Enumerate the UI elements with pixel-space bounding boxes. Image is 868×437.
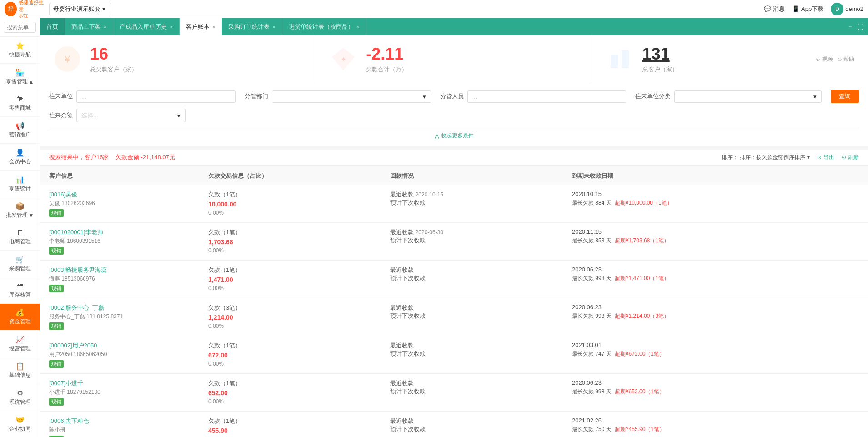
tab-close-purchase-order[interactable]: ×: [272, 24, 275, 30]
overdue-link-3[interactable]: 超期¥1,214.00（3笔）: [615, 313, 669, 319]
search-input[interactable]: [4, 22, 36, 33]
query-button[interactable]: 查询: [831, 90, 859, 103]
sidebar-item-finance[interactable]: 💰 资金管理: [0, 304, 40, 331]
tab-maximize-btn[interactable]: ⛶: [857, 23, 863, 30]
next-collect-4: 预计下次收款: [390, 350, 572, 358]
tab-close-customer-account[interactable]: ×: [212, 24, 215, 30]
customer-name-2[interactable]: [0003]畅捷服务尹海蕊: [49, 266, 208, 274]
sidebar-item-retail-mgmt[interactable]: 🏪 零售管理▲: [0, 64, 40, 90]
customer-cell-4: [000002]用户2050 用户2050 18665062050 现销: [49, 342, 208, 368]
source-unit-input[interactable]: ...: [76, 90, 236, 103]
tab-products-off[interactable]: 商品上下架 ×: [65, 18, 113, 35]
finance-icon: 💰: [0, 308, 40, 317]
tab-close-produce-history[interactable]: ×: [170, 24, 172, 30]
debt-amount-4[interactable]: 672.00: [208, 352, 390, 359]
sidebar-item-ops[interactable]: 📈 经营管理: [0, 331, 40, 357]
due-date-1: 2020.11.15: [572, 228, 859, 235]
export-button[interactable]: ⊙ 导出: [817, 154, 834, 161]
overdue-days-6: 最长欠款 750 天: [572, 426, 612, 432]
customer-phone-0: 吴俊 13026203696: [49, 200, 208, 207]
sidebar-item-ecom[interactable]: 🖥 电商管理: [0, 224, 40, 251]
sidebar-nav: ⭐ 快捷导航 🏪 零售管理▲ 🛍 零售商城 📢 营销推广 👤 会员中: [0, 37, 40, 437]
overdue-link-2[interactable]: 超期¥1,471.00（1笔）: [615, 275, 669, 281]
tab-minimize-btn[interactable]: －: [847, 23, 853, 31]
logo-icon: 好: [5, 2, 17, 16]
customer-name-1[interactable]: [0001020001]李老师: [49, 228, 208, 236]
content-area: 首页 商品上下架 × 产成品入库单历史 × 客户账本 × 采购订单统计表 ×: [40, 18, 868, 437]
debt-amount-0[interactable]: 10,000.00: [208, 201, 390, 208]
dept-select[interactable]: ▾: [272, 90, 431, 103]
debt-count-0: 欠款（1笔）: [208, 191, 390, 199]
user-profile-btn[interactable]: D demo2: [831, 3, 863, 15]
debt-amount-2[interactable]: 1,471.00: [208, 276, 390, 283]
person-label: 分管人员: [440, 92, 464, 100]
overdue-link-5[interactable]: 超期¥652.00（1笔）: [615, 388, 665, 395]
avatar: D: [831, 3, 843, 15]
customer-phone-5: 小进千 18279152100: [49, 388, 208, 396]
tab-purchase-order[interactable]: 采购订单统计表 ×: [222, 18, 282, 35]
customer-name-4[interactable]: [000002]用户2050: [49, 342, 208, 350]
overdue-link-4[interactable]: 超期¥672.00（1笔）: [615, 351, 665, 357]
sidebar-item-system[interactable]: ⚙ 系统管理: [0, 384, 40, 411]
tab-close-purchase-stats[interactable]: ×: [356, 24, 359, 30]
tab-customer-account[interactable]: 客户账本 ×: [180, 18, 222, 35]
sidebar-item-purchase[interactable]: 🛒 采购管理: [0, 251, 40, 277]
purchase-icon: 🛒: [0, 255, 40, 264]
sidebar-item-retail-shop[interactable]: 🛍 零售商城: [0, 90, 40, 117]
debt-amount-3[interactable]: 1,214.00: [208, 314, 390, 321]
col-due-date: 到期未收款日期: [572, 172, 859, 180]
logo-text: 畅捷通好生意 示范: [19, 0, 45, 19]
customer-cell-5: [0007]小进千 小进千 18279152100 现销: [49, 379, 208, 406]
customer-name-5[interactable]: [0007]小进千: [49, 379, 208, 387]
recovery-cell-0: 最近收款 2020-10-15 预计下次收款: [390, 191, 572, 207]
sidebar-item-quick-nav[interactable]: ⭐ 快捷导航: [0, 37, 40, 64]
debt-count-3: 欠款（3笔）: [208, 304, 390, 312]
tab-purchase-stats[interactable]: 进货单统计表（按商品） ×: [282, 18, 366, 35]
debt-cell-1: 欠款（1笔） 1,703.68 0.00%: [208, 228, 390, 254]
customer-phone-2: 海燕 18513066976: [49, 275, 208, 283]
tab-home[interactable]: 首页: [40, 18, 65, 35]
refresh-button[interactable]: ⊙ 刷新: [842, 154, 859, 161]
enterprise-icon: 🤝: [0, 416, 40, 424]
next-collect-6: 预计下次收款: [390, 425, 572, 433]
overdue-link-1[interactable]: 超期¥1,703.68（1笔）: [615, 237, 669, 244]
sidebar-item-base[interactable]: 📋 基础信息: [0, 357, 40, 384]
filter-dept: 分管部门 ▾: [245, 90, 431, 103]
help-btn[interactable]: ⊙ 帮助: [838, 55, 854, 63]
overdue-link-0[interactable]: 超期¥10,000.00（1笔）: [615, 200, 672, 206]
person-input[interactable]: ...: [467, 90, 627, 103]
due-cell-2: 2020.06.23 最长欠款 998 天 超期¥1,471.00（1笔）: [572, 266, 859, 282]
app-selector[interactable]: 母婴行业演示账套 ▾: [49, 3, 111, 15]
message-btn[interactable]: 💬 消息: [764, 5, 785, 13]
customer-name-0[interactable]: [0016]吴俊: [49, 191, 208, 199]
sidebar-item-enterprise[interactable]: 🤝 企业协同: [0, 411, 40, 437]
collapse-button[interactable]: ⋀ 收起更多条件: [435, 132, 474, 140]
due-date-3: 2020.06.23: [572, 304, 859, 311]
system-icon: ⚙: [0, 389, 40, 397]
debt-cell-0: 欠款（1笔） 10,000.00 0.00%: [208, 191, 390, 216]
balance-label: 往来余额: [49, 111, 73, 120]
tab-close-products-off[interactable]: ×: [104, 24, 106, 30]
sidebar-item-inventory[interactable]: 🗃 库存核算: [0, 277, 40, 304]
unit-category-select[interactable]: ▾: [674, 90, 822, 103]
debt-amount-5[interactable]: 652.00: [208, 389, 390, 397]
sidebar-item-member[interactable]: 👤 会员中心: [0, 144, 40, 171]
overdue-link-6[interactable]: 超期¥455.90（1笔）: [615, 426, 665, 432]
next-collect-5: 预计下次收款: [390, 387, 572, 396]
due-date-4: 2021.03.01: [572, 342, 859, 348]
sort-select[interactable]: 排序： 排序：按欠款金额倒序排序 ▾: [722, 154, 810, 161]
view-btn[interactable]: ⊙ 视频: [816, 55, 833, 63]
tab-produce-history[interactable]: 产成品入库单历史 ×: [113, 18, 179, 35]
phone-icon: 📱: [792, 5, 799, 12]
customer-tag-4: 现销: [49, 360, 64, 368]
download-btn[interactable]: 📱 App下载: [792, 5, 823, 13]
debt-amount-6[interactable]: 455.90: [208, 427, 390, 434]
sidebar-item-batch-mgmt[interactable]: 📦 批发管理▼: [0, 197, 40, 224]
sidebar-item-marketing[interactable]: 📢 营销推广: [0, 117, 40, 144]
customer-phone-1: 李老师 18600391516: [49, 237, 208, 245]
customer-name-6[interactable]: [0006]去下粮仓: [49, 417, 208, 425]
balance-select[interactable]: 选择... ▾: [76, 109, 186, 122]
customer-name-3[interactable]: [0002]服务中心_丁磊: [49, 304, 208, 312]
sidebar-item-retail-stats[interactable]: 📊 零售统计: [0, 171, 40, 197]
debt-amount-1[interactable]: 1,703.68: [208, 238, 390, 246]
